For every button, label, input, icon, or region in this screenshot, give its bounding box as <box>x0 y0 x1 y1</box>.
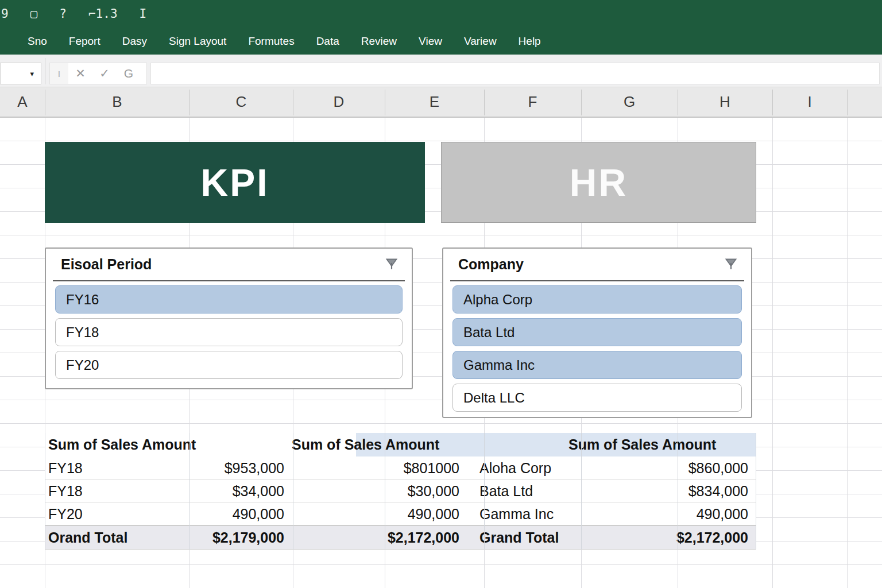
gridline <box>484 433 485 550</box>
pivot-header-2[interactable]: Sum of Sales Amount <box>292 433 439 457</box>
excel-window: 9 ▢ ? ⌐1.3 I Sno Feport Dasy Sign Layout… <box>0 0 882 588</box>
pivot-row: FY18 $34,000 $30,000 Bata Ltd $834,000 <box>45 479 756 502</box>
slicer-item-fy20[interactable]: FY20 <box>55 351 403 379</box>
name-box-dropdown-icon[interactable]: ▾ <box>30 69 34 78</box>
column-header-a[interactable]: A <box>0 87 45 117</box>
gridline <box>678 433 678 550</box>
hr-banner-cell[interactable]: HR <box>441 142 756 223</box>
tab-dasy[interactable]: Dasy <box>122 28 147 55</box>
column-header-i[interactable]: I <box>772 87 847 117</box>
column-header-e[interactable]: E <box>385 87 484 117</box>
value-cell[interactable]: 490,000 <box>303 502 459 525</box>
formula-bar-divider <box>45 58 45 84</box>
column-separator <box>189 90 190 115</box>
column-separator <box>772 90 773 115</box>
row-label-cell[interactable]: Aloha Corp <box>479 457 551 479</box>
gridline <box>581 433 582 550</box>
row-label-cell[interactable]: FY18 <box>48 479 83 502</box>
restore-window-icon[interactable]: ▢ <box>30 0 38 28</box>
insert-function-button[interactable]: G <box>117 67 141 80</box>
slicer-item-bata-ltd[interactable]: Bata Ltd <box>452 318 742 346</box>
formula-input[interactable] <box>150 63 880 84</box>
column-separator <box>385 90 385 115</box>
column-separator <box>45 90 45 115</box>
gridline <box>45 433 45 550</box>
formula-buttons: ı ✕ ✓ G <box>49 63 147 84</box>
slicer-divider <box>53 280 405 281</box>
tab-sign-layout[interactable]: Sign Layout <box>169 28 226 55</box>
formula-bar: ▾ ı ✕ ✓ G <box>0 55 882 87</box>
pivot-header-1[interactable]: Sum of Sales Amount <box>48 433 196 457</box>
column-header-c[interactable]: C <box>189 87 293 117</box>
column-header-d[interactable]: D <box>293 87 385 117</box>
slicer-title: Company <box>458 256 524 273</box>
slicer-divider <box>450 280 744 281</box>
quick-access-toolbar: 9 ▢ ? ⌐1.3 I <box>0 0 882 28</box>
enter-button[interactable]: ✓ <box>92 67 117 80</box>
cancel-button[interactable]: ✕ <box>68 67 92 80</box>
column-separator <box>847 90 848 115</box>
column-header-f[interactable]: F <box>484 87 581 117</box>
tab-formutes[interactable]: Formutes <box>248 28 294 55</box>
pivot-row: FY18 $953,000 $801000 Aloha Corp $860,00… <box>45 457 756 479</box>
value-cell[interactable]: 490,000 <box>148 502 284 525</box>
gridline <box>756 433 756 550</box>
caret-icon: ı <box>50 63 68 84</box>
filter-funnel-icon[interactable] <box>724 257 738 272</box>
gridline <box>385 433 385 550</box>
kpi-banner-cell[interactable]: KPI <box>45 142 425 223</box>
column-header-row: A B C D E F G H I <box>0 87 882 118</box>
value-cell[interactable]: $801000 <box>303 457 459 479</box>
column-separator <box>678 90 678 115</box>
tab-view[interactable]: View <box>419 28 442 55</box>
slicer-fiscal-period: Eisoal Period FY16 FY18 FY20 <box>45 247 413 389</box>
tab-sno[interactable]: Sno <box>28 28 47 55</box>
total-label-cell[interactable]: Orand Total <box>48 526 127 550</box>
column-separator <box>484 90 485 115</box>
value-cell[interactable]: 490,000 <box>590 502 748 525</box>
row-label-cell[interactable]: Gamma Inc <box>479 502 554 525</box>
total-value-cell[interactable]: $2,179,000 <box>148 526 284 550</box>
tab-feport[interactable]: Feport <box>69 28 100 55</box>
column-separator <box>293 90 293 115</box>
name-box[interactable]: ▾ <box>0 63 41 84</box>
total-label-cell[interactable]: Grand Total <box>479 526 559 550</box>
slicer-item-delta-llc[interactable]: Delta LLC <box>452 384 742 412</box>
value-cell[interactable]: $953,000 <box>148 457 284 479</box>
gridline <box>189 433 190 550</box>
column-separator <box>581 90 582 115</box>
tab-data[interactable]: Data <box>316 28 339 55</box>
row-label-cell[interactable]: FY18 <box>48 457 83 479</box>
value-cell[interactable]: $30,000 <box>303 479 459 502</box>
row-label-cell[interactable]: Bata Ltd <box>479 479 533 502</box>
row-label-cell[interactable]: FY20 <box>48 502 83 525</box>
value-cell[interactable]: $34,000 <box>148 479 284 502</box>
pivot-grand-total-row: Orand Total $2,179,000 $2,172,000 Grand … <box>45 525 756 550</box>
slicer-item-fy16[interactable]: FY16 <box>55 285 403 314</box>
tab-variew[interactable]: Variew <box>464 28 497 55</box>
ribbon-tabs: Sno Feport Dasy Sign Layout Formutes Dat… <box>28 28 563 55</box>
total-value-cell[interactable]: $2,172,000 <box>590 526 748 550</box>
gridline <box>847 118 848 588</box>
ribbon-tab-bar: Sno Feport Dasy Sign Layout Formutes Dat… <box>0 28 882 55</box>
column-header-g[interactable]: G <box>581 87 678 117</box>
column-header-b[interactable]: B <box>45 87 189 117</box>
undo-icon[interactable]: 9 <box>1 0 9 28</box>
gridline <box>772 118 773 588</box>
total-value-cell[interactable]: $2,172,000 <box>303 526 459 550</box>
pivot-header-3[interactable]: Sum of Sales Amount <box>568 433 716 457</box>
value-cell[interactable]: $860,000 <box>590 457 748 479</box>
column-header-h[interactable]: H <box>678 87 772 117</box>
filter-funnel-icon[interactable] <box>384 257 399 272</box>
slicer-item-gamma-inc[interactable]: Gamma Inc <box>452 351 742 379</box>
tab-review[interactable]: Review <box>361 28 397 55</box>
slicer-item-alpha-corp[interactable]: Alpha Corp <box>452 285 742 314</box>
slicer-title: Eisoal Period <box>61 256 152 273</box>
slicer-company: Company Alpha Corp Bata Ltd Gamma Inc De… <box>442 247 752 418</box>
redo-icon[interactable]: ? <box>59 0 67 28</box>
slicer-item-fy18[interactable]: FY18 <box>55 318 403 346</box>
tab-help[interactable]: Help <box>519 28 541 55</box>
value-cell[interactable]: $834,000 <box>590 479 748 502</box>
text-cursor-icon[interactable]: I <box>140 0 147 28</box>
zoom-level-icon[interactable]: ⌐1.3 <box>88 0 118 28</box>
